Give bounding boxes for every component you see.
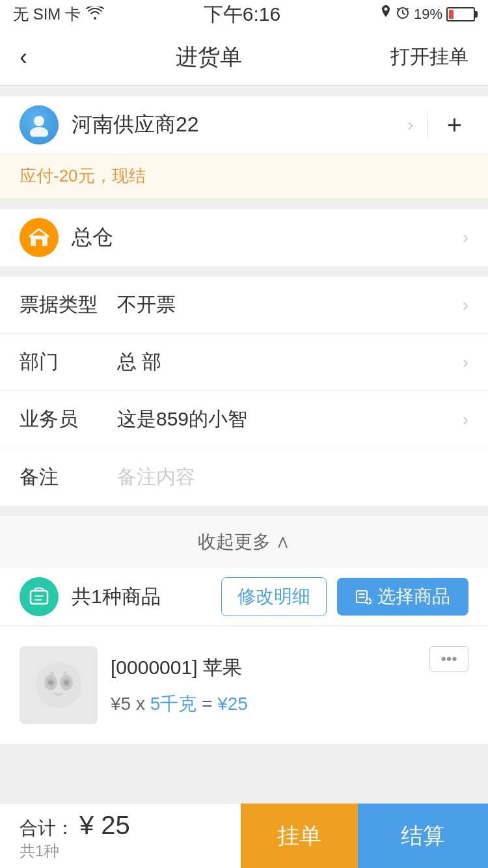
status-bar: 无 SIM 卡 下午6:16 19% [0, 0, 488, 29]
collapse-label: 收起更多 ∧ [198, 530, 291, 554]
staff-value: 这是859的小智 [117, 406, 463, 433]
subtotal: ¥25 [217, 694, 248, 714]
warehouse-section[interactable]: 总仓 › [0, 209, 488, 266]
warehouse-icon [20, 218, 59, 257]
invoice-label: 票据类型 [20, 292, 111, 318]
invoice-row[interactable]: 票据类型 不开票 › [0, 277, 488, 334]
battery-icon [446, 7, 475, 21]
select-icon [355, 588, 372, 605]
staff-label: 业务员 [20, 406, 111, 433]
open-hang-button[interactable]: 打开挂单 [390, 44, 468, 70]
bottom-bar: 合计： ¥ 25 共1种 挂单 结算 [0, 803, 488, 868]
note-row[interactable]: 备注 备注内容 [0, 448, 488, 506]
invoice-chevron-icon: › [463, 295, 468, 316]
total-label: 合计： [20, 816, 74, 841]
supplier-row[interactable]: 河南供应商22 › + [0, 96, 488, 154]
alarm-icon [396, 5, 410, 23]
staff-chevron-icon: › [463, 409, 468, 430]
dept-chevron-icon: › [463, 352, 468, 373]
product-header: 共1种商品 修改明细 选择商品 [0, 568, 488, 625]
product-code: [0000001] [111, 657, 203, 678]
wifi-icon [86, 5, 104, 23]
total-sub: 共1种 [20, 841, 221, 861]
nav-bar: ‹ 进货单 打开挂单 [0, 29, 488, 86]
product-thumbnail [20, 646, 98, 724]
divider-1 [0, 86, 488, 96]
warehouse-name: 总仓 [72, 223, 463, 252]
more-button[interactable]: ••• [429, 646, 468, 672]
product-count: 共1种商品 [72, 584, 221, 610]
supplier-chevron-icon: › [407, 115, 413, 135]
product-info: [0000001] 苹果 ¥5 x 5千克 = ¥25 [111, 655, 416, 716]
hang-button[interactable]: 挂单 [241, 804, 358, 869]
supplier-name: 河南供应商22 [72, 111, 407, 139]
status-left: 无 SIM 卡 [13, 4, 104, 25]
product-price: ¥5 x 5千克 = ¥25 [111, 692, 416, 716]
checkout-button[interactable]: 结算 [358, 804, 488, 869]
total-row: 合计： ¥ 25 [20, 811, 221, 841]
dept-value: 总 部 [117, 349, 463, 375]
product-name: [0000001] 苹果 [111, 655, 416, 681]
product-item: [0000001] 苹果 ¥5 x 5千克 = ¥25 ••• [0, 627, 488, 744]
svg-rect-5 [31, 591, 47, 604]
note-input[interactable]: 备注内容 [117, 464, 468, 491]
status-time: 下午6:16 [204, 1, 280, 28]
total-section: 合计： ¥ 25 共1种 [0, 811, 241, 861]
battery-text: 19% [414, 6, 442, 23]
dept-row[interactable]: 部门 总 部 › [0, 334, 488, 391]
location-icon [380, 5, 392, 23]
svg-point-1 [34, 116, 44, 126]
info-banner: 应付-20元，现结 [0, 154, 488, 198]
warehouse-chevron-icon: › [463, 227, 468, 248]
collapse-button[interactable]: 收起更多 ∧ [0, 516, 488, 568]
unit-price: ¥5 x [111, 694, 150, 714]
status-right: 19% [380, 5, 475, 23]
product-image [33, 659, 85, 711]
modify-detail-button[interactable]: 修改明细 [221, 577, 327, 616]
select-product-button[interactable]: 选择商品 [337, 578, 468, 616]
quantity: 5千克 [150, 694, 197, 714]
svg-point-14 [36, 662, 81, 708]
select-label: 选择商品 [377, 584, 450, 609]
note-label: 备注 [20, 464, 111, 491]
divider [427, 111, 427, 139]
add-button[interactable]: + [441, 111, 468, 140]
supplier-section: 河南供应商22 › + 应付-20元，现结 [0, 96, 488, 198]
supplier-avatar [20, 105, 59, 144]
total-amount: ¥ 25 [79, 811, 130, 840]
form-section: 票据类型 不开票 › 部门 总 部 › 业务员 这是859的小智 › 备注 备注… [0, 277, 488, 506]
invoice-value: 不开票 [117, 292, 463, 318]
dept-label: 部门 [20, 349, 111, 375]
svg-point-20 [64, 681, 68, 685]
svg-point-19 [49, 681, 53, 685]
equals: = [197, 694, 217, 714]
back-button[interactable]: ‹ [20, 44, 27, 71]
page-title: 进货单 [176, 42, 242, 72]
staff-row[interactable]: 业务员 这是859的小智 › [0, 391, 488, 448]
product-icon [20, 577, 59, 616]
svg-rect-4 [36, 239, 42, 246]
product-title: 苹果 [203, 657, 242, 678]
svg-point-2 [30, 127, 48, 137]
carrier-text: 无 SIM 卡 [13, 4, 81, 25]
